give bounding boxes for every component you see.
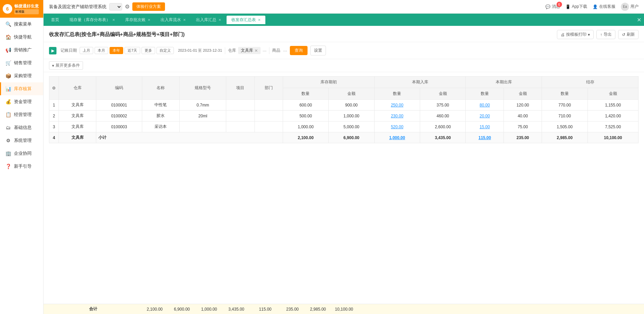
row-no: 3 (49, 121, 59, 132)
subtotal-label: 小计 (96, 132, 283, 143)
system-name-text: 装备及固定资产辅助管理系统 (49, 4, 106, 10)
filter-setting-button[interactable]: 设置 (310, 46, 326, 55)
row-in-qty[interactable]: 250.00 (374, 100, 420, 111)
row-project (226, 111, 254, 121)
tab-close-batch[interactable]: ✕ (148, 18, 150, 22)
sidebar-icon-inventory: 📊 (5, 86, 11, 92)
tab-label-batch: 库存批次账 (125, 17, 146, 23)
sidebar-item-marketing[interactable]: 📢营销推广 (0, 44, 43, 56)
app-download-item[interactable]: 📱 App下载 (565, 4, 587, 10)
row-in-qty[interactable]: 230.00 (374, 111, 420, 121)
sidebar-item-system[interactable]: ⚙系统管理 (0, 134, 43, 147)
query-button[interactable]: 查询 (290, 46, 308, 55)
row-project (226, 100, 254, 111)
tab-label-inout_summary: 出入库汇总 (196, 17, 216, 23)
filter-collapse-button[interactable]: ▶ (49, 47, 56, 54)
subtotal-in-qty[interactable]: 1,000.00 (374, 132, 420, 143)
row-balance-qty: 710.00 (542, 111, 588, 121)
tab-batch[interactable]: 库存批次账✕ (120, 16, 155, 24)
row-in-qty[interactable]: 520.00 (374, 121, 420, 132)
sidebar-icon-operations: 📋 (5, 112, 11, 117)
tab-home[interactable]: 首页 (46, 16, 64, 24)
refresh-icon: ↺ (622, 32, 625, 37)
service-icon: 👤 (593, 4, 598, 9)
subtotal-out-qty[interactable]: 115.00 (466, 132, 504, 143)
row-out-amt: 75.00 (504, 121, 542, 132)
tab-inout_summary[interactable]: 出入库汇总✕ (191, 16, 226, 24)
sidebar-item-quick_nav[interactable]: 🏠快捷导航 (0, 31, 43, 44)
in-amt-th: 金额 (420, 88, 466, 100)
tab-inventory[interactable]: 现存量（库存分布表）✕ (65, 16, 120, 24)
row-goods-spec: 0.7mm (179, 100, 226, 111)
footer-balance-amt: 10,100.00 (328, 307, 355, 312)
sidebar-label-quick_nav: 快捷导航 (14, 34, 32, 40)
trial-button[interactable]: 体验行业方案 (132, 2, 165, 11)
sidebar-item-search[interactable]: 🔍搜索菜单 (0, 18, 43, 31)
tab-close-inventory[interactable]: ✕ (112, 18, 115, 22)
sidebar-item-purchase[interactable]: 📦采购管理 (0, 69, 43, 82)
row-out-amt: 40.00 (504, 111, 542, 121)
row-out-qty[interactable]: 15.00 (466, 121, 504, 132)
tab-label-inout_flow: 出入库流水 (161, 17, 181, 23)
row-out-qty[interactable]: 80.00 (466, 100, 504, 111)
sidebar-item-base_info[interactable]: 🗂基础信息 (0, 121, 43, 134)
expand-btn-label: 展开更多条件 (55, 63, 80, 68)
in-group-th: 本期入库 (374, 77, 466, 88)
date-btn-本年[interactable]: 本年 (110, 47, 123, 54)
row-opening-amt: 900.00 (329, 100, 374, 111)
tab-receive_summary[interactable]: 收发存汇总表✕ (227, 16, 265, 24)
row-goods-spec: 20ml (179, 111, 226, 121)
date-btn-自定义[interactable]: 自定义 (156, 47, 174, 54)
row-opening-amt: 5,000.00 (329, 121, 374, 132)
topbar-settings-icon[interactable]: ⚙ (125, 3, 130, 10)
warehouse-tag-close[interactable]: ✕ (254, 48, 258, 53)
page-header: 收发存汇总表(按仓库+商品编码+商品+规格型号+项目+部门) 🖨 按模板打印 ▾… (44, 26, 644, 42)
sidebar-item-operations[interactable]: 📋经营管理 (0, 108, 43, 121)
system-select[interactable] (109, 3, 122, 11)
sidebar-label-enterprise: 企业协同 (14, 150, 32, 156)
print-button[interactable]: 🖨 按模板打印 ▾ (557, 30, 594, 39)
date-btn-上月[interactable]: 上月 (80, 47, 93, 54)
sidebar-item-enterprise[interactable]: 🏢企业协同 (0, 147, 43, 160)
sidebar-label-sales: 销售管理 (14, 60, 32, 66)
tab-close-inout_summary[interactable]: ✕ (218, 18, 221, 22)
subtotal-balance-amt: 10,100.00 (588, 132, 638, 143)
avatar: Ea (621, 3, 629, 11)
page-title: 收发存汇总表(按仓库+商品编码+商品+规格型号+项目+部门) (49, 31, 185, 38)
user-label: 用户 (630, 4, 639, 10)
table-settings-th[interactable]: ⚙ (49, 77, 59, 100)
tab-close-receive_summary[interactable]: ✕ (258, 18, 261, 22)
expand-conditions-button[interactable]: ▾ 展开更多条件 (49, 61, 83, 70)
tab-inout_flow[interactable]: 出入库流水✕ (156, 16, 191, 24)
goods-more[interactable]: ··· (283, 48, 287, 53)
sidebar-item-guide[interactable]: ❓新手引导 (0, 160, 43, 173)
sidebar-label-marketing: 营销推广 (14, 47, 32, 53)
sidebar-icon-sales: 🛒 (5, 60, 11, 66)
sidebar-item-inventory[interactable]: 📊库存核算 (0, 82, 43, 95)
online-service-item[interactable]: 👤 在线客服 (593, 4, 615, 10)
row-balance-amt: 1,155.00 (588, 100, 638, 111)
footer-opening-amt: 6,900.00 (165, 307, 192, 312)
sidebar-icon-purchase: 📦 (5, 73, 11, 79)
close-all-tabs-button[interactable]: ✕ (637, 17, 641, 23)
content-area: 收发存汇总表(按仓库+商品编码+商品+规格型号+项目+部门) 🖨 按模板打印 ▾… (44, 26, 644, 314)
user-item[interactable]: Ea 用户 (621, 3, 639, 11)
row-project (226, 121, 254, 132)
refresh-button[interactable]: ↺ 刷新 (618, 30, 639, 39)
date-btn-近7天[interactable]: 近7天 (125, 47, 140, 54)
subtotal-opening-amt: 6,900.00 (329, 132, 374, 143)
subtotal-balance-qty: 2,985.00 (542, 132, 588, 143)
sidebar-item-sales[interactable]: 🛒销售管理 (0, 56, 43, 69)
goods-name-th: 名称 (142, 77, 179, 100)
warehouse-more[interactable]: ··· (263, 48, 267, 53)
logo-icon: 6 (3, 4, 12, 14)
tab-close-inout_flow[interactable]: ✕ (183, 18, 186, 22)
row-out-qty[interactable]: 20.00 (466, 111, 504, 121)
row-in-amt: 2,600.00 (420, 121, 466, 132)
sidebar-item-finance[interactable]: 💰资金管理 (0, 95, 43, 108)
date-btn-本月[interactable]: 本月 (95, 47, 108, 54)
messages-item[interactable]: 💬 消息 6 (545, 4, 560, 10)
export-button[interactable]: ↑ 导出 (596, 30, 615, 39)
date-btn-更多[interactable]: 更多 (142, 47, 155, 54)
row-goods-name: 中性笔 (142, 100, 179, 111)
